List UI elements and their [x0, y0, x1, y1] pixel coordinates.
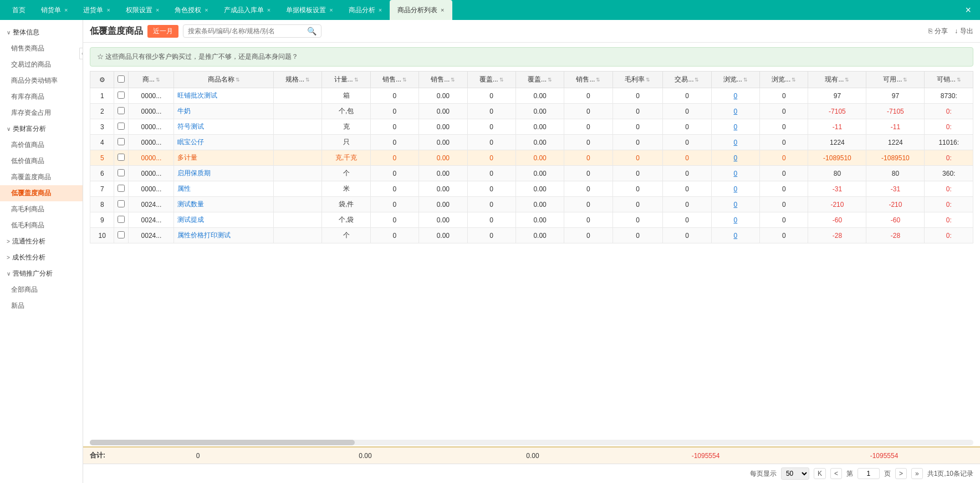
row-checkbox[interactable]	[114, 104, 129, 119]
nav-role[interactable]: 角色授权 ×	[167, 0, 216, 20]
row-view1[interactable]: 0	[711, 228, 759, 243]
row-checkbox[interactable]	[114, 212, 129, 228]
nav-template[interactable]: 单据模板设置 ×	[278, 0, 340, 20]
row-select-checkbox[interactable]	[118, 123, 125, 130]
sidebar-section-overall[interactable]: ∨ 整体信息	[0, 24, 83, 40]
sidebar-item-capital-usage[interactable]: 库存资金占用	[0, 105, 83, 121]
unit-col-header[interactable]: 计量...⇅	[322, 72, 370, 88]
row-checkbox[interactable]	[114, 166, 129, 181]
search-input[interactable]	[188, 27, 307, 35]
nav-product-analysis-list[interactable]: 商品分析列表 ×	[390, 0, 452, 20]
first-page-button[interactable]: K	[814, 468, 826, 479]
sellable-col-header[interactable]: 可销...⇅	[925, 72, 973, 88]
sidebar-item-low-coverage[interactable]: 低覆盖度商品	[0, 185, 83, 201]
nav-product-analysis[interactable]: 商品分析 ×	[341, 0, 390, 20]
settings-col-header[interactable]: ⚙	[90, 72, 114, 88]
cover2-col-header[interactable]: 覆盖...⇅	[515, 72, 564, 88]
sidebar-item-high-margin[interactable]: 高毛利商品	[0, 201, 83, 217]
row-select-checkbox[interactable]	[118, 200, 125, 207]
close-icon[interactable]: ×	[329, 7, 333, 13]
nav-home[interactable]: 首页	[4, 0, 33, 20]
row-select-checkbox[interactable]	[118, 185, 125, 192]
row-checkbox[interactable]	[114, 119, 129, 135]
select-all-checkbox[interactable]	[118, 75, 125, 83]
sidebar-item-new-goods[interactable]: 新品	[0, 298, 83, 314]
row-name[interactable]: 牛奶	[174, 104, 274, 119]
row-view1[interactable]: 0	[711, 150, 759, 166]
row-name[interactable]: 启用保质期	[174, 166, 274, 181]
next-page-button[interactable]: >	[895, 468, 907, 479]
row-checkbox[interactable]	[114, 150, 129, 166]
close-icon[interactable]: ×	[267, 7, 270, 13]
close-icon[interactable]: ×	[64, 7, 68, 13]
row-view1[interactable]: 0	[711, 212, 759, 228]
sidebar-section-marketing[interactable]: ∨ 营销推广分析	[0, 266, 83, 282]
close-icon[interactable]: ×	[441, 7, 444, 13]
row-name[interactable]: 旺铺批次测试	[174, 88, 274, 104]
page-number-input[interactable]	[858, 468, 880, 479]
sales-count-col-header[interactable]: 销售...⇅	[370, 72, 418, 88]
row-name[interactable]: 属性价格打印测试	[174, 228, 274, 243]
sidebar-item-sales-goods[interactable]: 销售类商品	[0, 40, 83, 57]
row-view1[interactable]: 0	[711, 119, 759, 135]
row-name[interactable]: 多计量	[174, 150, 274, 166]
sidebar-item-all-goods[interactable]: 全部商品	[0, 282, 83, 298]
current-stock-col-header[interactable]: 现有...⇅	[808, 72, 866, 88]
checkbox-col-header[interactable]	[114, 72, 129, 88]
transaction-col-header[interactable]: 交易...⇅	[663, 72, 711, 88]
close-icon[interactable]: ×	[156, 7, 159, 13]
sidebar-item-stocked-goods[interactable]: 有库存商品	[0, 89, 83, 105]
share-button[interactable]: ⎘ 分享	[928, 27, 948, 36]
spec-col-header[interactable]: 规格...⇅	[274, 72, 322, 88]
sidebar-item-high-value[interactable]: 高价值商品	[0, 137, 83, 153]
nav-purchase[interactable]: 进货单 ×	[75, 0, 118, 20]
row-checkbox[interactable]	[114, 181, 129, 197]
sidebar-item-category-rate[interactable]: 商品分类动销率	[0, 73, 83, 89]
row-select-checkbox[interactable]	[118, 154, 125, 161]
sidebar-section-wealth[interactable]: ∨ 类财富分析	[0, 121, 83, 137]
available-col-header[interactable]: 可用...⇅	[866, 72, 925, 88]
row-select-checkbox[interactable]	[118, 107, 125, 114]
row-view1[interactable]: 0	[711, 104, 759, 119]
sidebar-section-growth[interactable]: > 成长性分析	[0, 250, 83, 266]
sales3-col-header[interactable]: 销售...⇅	[564, 72, 612, 88]
row-checkbox[interactable]	[114, 197, 129, 212]
row-checkbox[interactable]	[114, 228, 129, 243]
close-icon[interactable]: ×	[205, 7, 208, 13]
close-icon[interactable]: ×	[379, 7, 382, 13]
margin-col-header[interactable]: 毛利率⇅	[612, 72, 663, 88]
page-size-select[interactable]: 50 100 200	[781, 467, 809, 480]
row-select-checkbox[interactable]	[118, 91, 125, 99]
sidebar-item-high-coverage[interactable]: 高覆盖度商品	[0, 169, 83, 185]
name-col-header[interactable]: 商品名称⇅	[174, 72, 274, 88]
sidebar-section-flow[interactable]: > 流通性分析	[0, 233, 83, 250]
row-view1[interactable]: 0	[711, 197, 759, 212]
view1-col-header[interactable]: 浏览...⇅	[711, 72, 759, 88]
scrollbar-thumb[interactable]	[90, 440, 355, 445]
time-filter-button[interactable]: 近一月	[147, 25, 178, 38]
cover1-col-header[interactable]: 覆盖...⇅	[467, 72, 515, 88]
last-page-button[interactable]: »	[911, 468, 923, 479]
row-view1[interactable]: 0	[711, 181, 759, 197]
row-view1[interactable]: 0	[711, 135, 759, 150]
sidebar-item-traded-goods[interactable]: 交易过的商品	[0, 57, 83, 73]
sidebar-collapse-button[interactable]: «	[79, 48, 83, 59]
nav-finished-goods[interactable]: 产成品入库单 ×	[216, 0, 278, 20]
row-select-checkbox[interactable]	[118, 231, 125, 238]
row-checkbox[interactable]	[114, 135, 129, 150]
export-button[interactable]: ↓ 导出	[955, 27, 973, 36]
prev-page-button[interactable]: <	[830, 468, 842, 479]
row-checkbox[interactable]	[114, 88, 129, 104]
row-select-checkbox[interactable]	[118, 216, 125, 223]
row-name[interactable]: 属性	[174, 181, 274, 197]
row-select-checkbox[interactable]	[118, 169, 125, 176]
row-name[interactable]: 测试提成	[174, 212, 274, 228]
view2-col-header[interactable]: 浏览...⇅	[760, 72, 808, 88]
row-view1[interactable]: 0	[711, 166, 759, 181]
sales-amount-col-header[interactable]: 销售...⇅	[419, 72, 467, 88]
row-name[interactable]: 测试数量	[174, 197, 274, 212]
row-name[interactable]: 符号测试	[174, 119, 274, 135]
window-close-button[interactable]: ×	[961, 4, 976, 16]
close-icon[interactable]: ×	[106, 7, 110, 13]
code-col-header[interactable]: 商...⇅	[129, 72, 174, 88]
